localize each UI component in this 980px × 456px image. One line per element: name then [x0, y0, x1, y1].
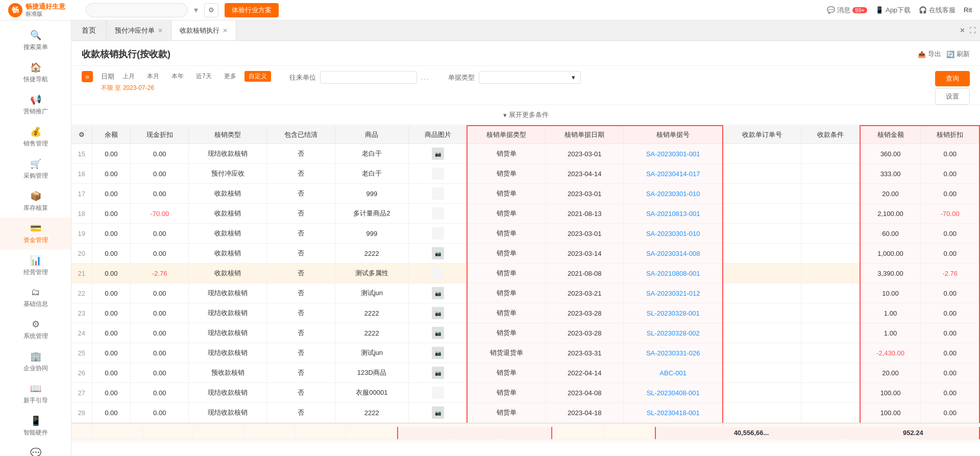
refresh-btn[interactable]: 🔄 刷新 [946, 50, 970, 59]
tab-close-all-icon[interactable]: ✕ [960, 27, 965, 34]
table-container[interactable]: ⚙ 余额 现金折扣 核销类型 包含已结清 商品 商品图片 核销单据类型 核销单据… [71, 125, 980, 456]
search-dropdown-icon[interactable]: ▾ [194, 5, 198, 15]
filter-last-month[interactable]: 上月 [118, 71, 139, 82]
th-verify-amount: 核销金额 [860, 126, 921, 144]
cell-receipt-condition [801, 323, 860, 343]
filter-bar: » 日期 上月 本月 本年 近7天 更多 自定义 不限 至 2023-07-26 [71, 66, 980, 105]
sidebar-item-system[interactable]: ⚙ 系统管理 [0, 314, 71, 346]
sidebar-item-enterprise[interactable]: 🏢 企业协同 [0, 346, 71, 378]
cell-verify-bill-no: SA-20230301-010 [624, 184, 723, 204]
verify-bill-no-link[interactable]: SA-20230301-001 [646, 150, 700, 158]
table-row: 28 0.00 0.00 现结收款核销 否 2222 📷 销货单 2023-04… [71, 403, 979, 423]
tab-maximize-icon[interactable]: ⛶ [969, 27, 976, 34]
cell-verify-bill-date: 2023-03-31 [546, 343, 624, 363]
industry-btn[interactable]: 体验行业方案 [225, 3, 279, 17]
filter-this-year[interactable]: 本年 [167, 71, 188, 82]
cell-receipt-order-no [723, 204, 801, 224]
settings-btn[interactable]: 设置 [935, 88, 970, 105]
sidebar-item-inventory[interactable]: 📦 库存核算 [0, 185, 71, 218]
online-service-btn[interactable]: 🎧 在线客服 [919, 6, 955, 15]
cell-verify-bill-type: 销货退货单 [467, 343, 546, 363]
marketing-icon: 📢 [30, 94, 41, 105]
tab-receipt-verify[interactable]: 收款核销执行 ✕ [172, 20, 236, 40]
sidebar-item-marketing[interactable]: 📢 营销推广 [0, 89, 71, 121]
cell-verify-bill-date: 2023-03-01 [546, 144, 624, 164]
cell-verify-amount: 10.00 [860, 283, 921, 303]
filter-custom[interactable]: 自定义 [244, 71, 271, 82]
row-number: 23 [71, 303, 92, 323]
verify-bill-no-link[interactable]: SL-20230328-001 [647, 309, 700, 317]
sidebar-item-purchase[interactable]: 🛒 采购管理 [0, 153, 71, 185]
cell-verify-type: 现结收款核销 [189, 403, 267, 423]
export-btn[interactable]: 📤 导出 [918, 50, 941, 59]
sidebar-item-business[interactable]: 📊 经营管理 [0, 250, 71, 282]
verify-bill-no-link[interactable]: SA-20230301-010 [646, 190, 700, 198]
cell-verify-amount: 360.00 [860, 144, 921, 164]
sales-icon: 💰 [30, 126, 41, 137]
verify-bill-no-link[interactable]: SL-20230418-001 [647, 409, 700, 417]
tab-receipt-verify-close[interactable]: ✕ [223, 27, 228, 34]
cell-receipt-condition [801, 224, 860, 244]
cell-verify-discount: 0.00 [921, 164, 979, 184]
row-number: 28 [71, 403, 92, 423]
filter-toggle[interactable]: » [82, 71, 93, 82]
filter-recent7[interactable]: 近7天 [192, 71, 216, 82]
verify-bill-no-link[interactable]: SA-20230414-017 [646, 170, 700, 178]
sidebar-item-finance[interactable]: 💳 资金管理 [0, 218, 71, 250]
cell-receipt-condition [801, 343, 860, 363]
sidebar-item-guide[interactable]: 📖 新手引导 [0, 378, 71, 410]
cell-balance: 0.00 [92, 383, 131, 403]
from-unit-dots[interactable]: ... [421, 74, 430, 81]
tab-home[interactable]: 首页 [71, 20, 107, 40]
filter-more[interactable]: 更多 [220, 71, 240, 82]
verify-bill-no-link[interactable]: SL-20230408-001 [647, 389, 700, 397]
cell-cash-discount: 0.00 [131, 244, 189, 263]
sidebar-item-sales[interactable]: 💰 销售管理 [0, 121, 71, 153]
sidebar-item-wechat[interactable]: 💬 企业微信 [0, 442, 71, 456]
cell-verify-bill-no: SA-20210813-001 [624, 204, 723, 224]
cell-verify-discount: 0.00 [921, 383, 979, 403]
cell-goods-img [408, 164, 467, 184]
sidebar-item-hardware[interactable]: 📱 智能硬件 [0, 410, 71, 442]
tab-prepay[interactable]: 预付冲应付单 ✕ [107, 20, 172, 40]
sidebar-item-search[interactable]: 🔍 搜索菜单 [0, 25, 71, 57]
cell-verify-bill-date: 2022-04-14 [546, 363, 624, 383]
sidebar-item-quick-nav[interactable]: 🏠 快捷导航 [0, 57, 71, 89]
message-btn[interactable]: 💬 消息 99+ [827, 6, 867, 15]
cell-verify-discount: 0.00 [921, 323, 979, 343]
bill-type-select[interactable]: ▾ [479, 71, 581, 84]
verify-bill-no-link[interactable]: SA-20230321-012 [646, 290, 700, 297]
query-btn[interactable]: 查询 [935, 71, 970, 86]
table-row: 16 0.00 0.00 预付冲应收 否 老白干 销货单 2023-04-14 … [71, 164, 979, 184]
app-download-btn[interactable]: 📱 App下载 [875, 6, 911, 15]
page-title: 收款核销执行(按收款) [82, 48, 170, 60]
cell-receipt-order-no [723, 283, 801, 303]
cell-goods: 2222 [335, 244, 408, 263]
message-label: 消息 [837, 6, 850, 15]
expand-btn[interactable]: ▾ 展开更多条件 [503, 107, 549, 123]
cell-include-settled: 否 [267, 224, 335, 244]
verify-bill-no-link[interactable]: ABC-001 [659, 369, 687, 377]
cell-verify-amount: 333.00 [860, 164, 921, 184]
verify-bill-no-link[interactable]: SL-20230328-002 [647, 329, 700, 337]
sidebar-item-base-info[interactable]: 🗂 基础信息 [0, 282, 71, 314]
from-unit-input[interactable] [320, 71, 417, 84]
cell-cash-discount: 0.00 [131, 144, 189, 164]
verify-bill-no-link[interactable]: SA-20230331-026 [646, 349, 700, 357]
cell-cash-discount: 0.00 [131, 383, 189, 403]
verify-bill-no-link[interactable]: SA-20210813-001 [646, 210, 700, 218]
verify-bill-no-link[interactable]: SA-20230314-008 [646, 250, 700, 257]
verify-bill-no-link[interactable]: SA-20230301-010 [646, 230, 700, 237]
cell-receipt-condition [801, 303, 860, 323]
settings-icon[interactable]: ⚙ [204, 3, 218, 17]
sidebar-label-purchase: 采购管理 [23, 172, 48, 180]
th-settings[interactable]: ⚙ [71, 126, 92, 144]
cell-verify-type: 现结收款核销 [189, 323, 267, 343]
cell-verify-type: 现结收款核销 [189, 303, 267, 323]
verify-bill-no-link[interactable]: SA-20210808-001 [646, 270, 700, 277]
tab-prepay-close[interactable]: ✕ [158, 27, 163, 34]
filter-this-month[interactable]: 本月 [143, 71, 163, 82]
cell-receipt-order-no [723, 184, 801, 204]
service-icon: 🎧 [919, 6, 927, 14]
cell-verify-bill-date: 2023-03-14 [546, 244, 624, 263]
